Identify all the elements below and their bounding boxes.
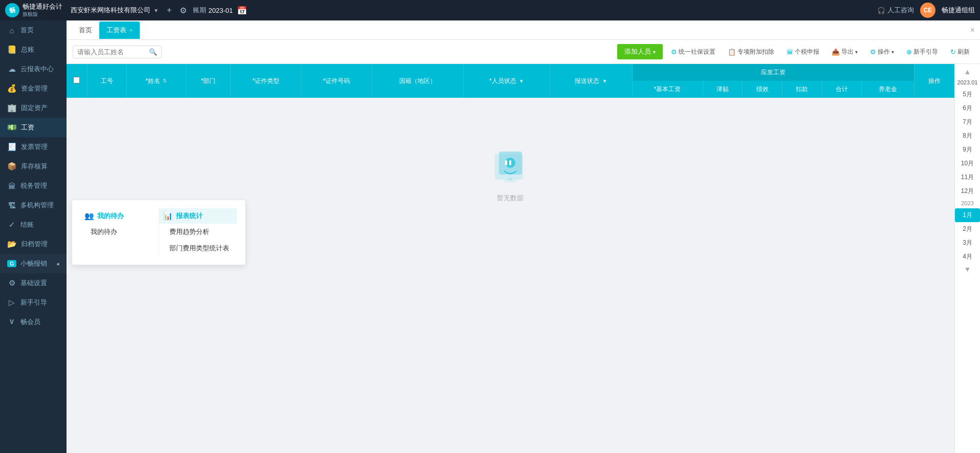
menu-section-todo: 👥 我的待办 我的待办 bbox=[80, 208, 159, 256]
allowance-header: 津贴 bbox=[703, 81, 743, 98]
refresh-label: 刷新 bbox=[957, 48, 970, 56]
service-label: 人工咨询 bbox=[887, 6, 914, 15]
personal-tax-action[interactable]: 🏛 个税申报 bbox=[782, 46, 823, 58]
multi-org-icon: 🏗 bbox=[7, 201, 16, 210]
fixed-assets-icon: 🏢 bbox=[7, 103, 17, 113]
search-icon[interactable]: 🔍 bbox=[149, 48, 157, 56]
export-icon: 📤 bbox=[832, 48, 840, 56]
sidebar-item-cloud-report[interactable]: ☁ 云报表中心 bbox=[0, 59, 67, 79]
refresh-action[interactable]: ↻ 刷新 bbox=[946, 46, 974, 58]
company-selector[interactable]: 西安虾米网络科技有限公司 ▼ bbox=[71, 6, 159, 15]
special-deduct-label: 专项附加扣除 bbox=[737, 48, 774, 56]
month-8[interactable]: 8月 bbox=[955, 129, 980, 143]
add-button[interactable]: + bbox=[165, 4, 173, 17]
menu-item-my-todo[interactable]: 我的待办 bbox=[80, 224, 159, 240]
month-10[interactable]: 10月 bbox=[955, 157, 980, 170]
cert-no-header: *证件号码 bbox=[301, 64, 372, 98]
base-salary-header: *基本工资 bbox=[632, 81, 703, 98]
tab-home[interactable]: 首页 bbox=[72, 21, 99, 39]
tab-salary-table[interactable]: 工资表 × bbox=[99, 21, 140, 39]
sidebar-item-checkout[interactable]: ✓ 结账 bbox=[0, 215, 67, 234]
close-panel-button[interactable]: × bbox=[970, 26, 975, 35]
menu-section-reports-header[interactable]: 📊 报表统计 bbox=[159, 208, 237, 224]
user-name[interactable]: 畅捷通组组 bbox=[942, 6, 975, 15]
sidebar-item-label: 固定资产 bbox=[21, 103, 48, 113]
period-value: 2023-01 bbox=[208, 7, 233, 14]
cloud-icon: ☁ bbox=[7, 64, 16, 74]
operations-action[interactable]: ⚙ 操作 ▾ bbox=[866, 46, 898, 58]
guide-icon: ▷ bbox=[7, 298, 16, 307]
select-all-checkbox[interactable] bbox=[73, 77, 80, 83]
sidebar-item-label: 归档管理 bbox=[21, 240, 48, 249]
tab-close-icon[interactable]: × bbox=[129, 27, 133, 33]
sidebar-item-archive[interactable]: 📂 归档管理 bbox=[0, 234, 67, 254]
sidebar-item-label: 首页 bbox=[20, 26, 34, 35]
month-7[interactable]: 7月 bbox=[955, 115, 980, 129]
reports-section-label: 报表统计 bbox=[176, 211, 203, 221]
dept-header: *部门 bbox=[186, 64, 231, 98]
toolbar: 🔍 添加人员 ▾ ⚙ 统一社保设置 📋 专项附加扣除 🏛 个税申报 bbox=[67, 40, 980, 64]
menu-item-dept-cost[interactable]: 部门费用类型统计表 bbox=[159, 240, 237, 256]
sidebar-item-multi-org[interactable]: 🏗 多机构管理 bbox=[0, 196, 67, 215]
month-11[interactable]: 11月 bbox=[955, 170, 980, 184]
sidebar-item-label: 多机构管理 bbox=[20, 201, 54, 210]
deduction-header: 扣款 bbox=[782, 81, 822, 98]
month-1-current[interactable]: 1月 bbox=[955, 208, 980, 222]
sidebar-item-salary[interactable]: 💵 工资 bbox=[0, 118, 67, 137]
month-4[interactable]: 4月 bbox=[955, 250, 980, 264]
sidebar-item-label: 新手引导 bbox=[20, 298, 47, 307]
status-filter-icon[interactable]: ▼ bbox=[519, 78, 524, 84]
sidebar-item-member[interactable]: V 畅会员 bbox=[0, 312, 67, 332]
report-filter-icon[interactable]: ▼ bbox=[602, 78, 607, 84]
menu-section-todo-header[interactable]: 👥 我的待办 bbox=[80, 208, 159, 224]
month-2[interactable]: 2月 bbox=[955, 222, 980, 236]
sidebar-item-tax[interactable]: 🏛 税务管理 bbox=[0, 176, 67, 196]
menu-item-cost-trend[interactable]: 费用趋势分析 bbox=[159, 224, 237, 240]
settings-button[interactable]: ⚙ bbox=[178, 4, 189, 17]
sidebar-item-home[interactable]: ⌂ 首页 bbox=[0, 20, 67, 40]
social-security-icon: ⚙ bbox=[671, 48, 677, 56]
sidebar-item-fixed-assets[interactable]: 🏢 固定资产 bbox=[0, 98, 67, 118]
social-security-action[interactable]: ⚙ 统一社保设置 bbox=[667, 46, 720, 58]
menu-section-reports: 📊 报表统计 费用趋势分析 部门费用类型统计表 bbox=[159, 208, 237, 256]
sidebar-item-fund[interactable]: 💰 资金管理 bbox=[0, 79, 67, 98]
expand-arrow: ◂ bbox=[56, 261, 59, 267]
month-9[interactable]: 9月 bbox=[955, 143, 980, 157]
add-people-button[interactable]: 添加人员 ▾ bbox=[617, 44, 663, 59]
search-input[interactable] bbox=[77, 48, 149, 56]
month-3[interactable]: 3月 bbox=[955, 236, 980, 250]
ledger-icon: 📒 bbox=[7, 45, 17, 54]
period-display: 2023.01 bbox=[956, 77, 979, 88]
should-pay-group-header: 应发工资 bbox=[632, 64, 914, 81]
bonus-header: 绩效 bbox=[743, 81, 782, 98]
logo-area: 畅 畅捷通好会计 旗舰版 bbox=[5, 3, 62, 18]
sidebar-item-invoice[interactable]: 🧾 发票管理 bbox=[0, 137, 67, 157]
personal-tax-label: 个税申报 bbox=[795, 48, 819, 56]
sidebar-item-basic[interactable]: ⚙ 基础设置 bbox=[0, 273, 67, 293]
user-service[interactable]: 🎧 人工咨询 bbox=[877, 6, 914, 15]
guide-icon: ⊕ bbox=[906, 48, 912, 56]
special-deduct-action[interactable]: 📋 专项附加扣除 bbox=[724, 46, 778, 58]
refresh-icon: ↻ bbox=[950, 48, 956, 56]
month-12[interactable]: 12月 bbox=[955, 184, 980, 198]
xiaochang-icon: G bbox=[7, 260, 16, 267]
month-5[interactable]: 5月 bbox=[955, 88, 980, 101]
operations-icon: ⚙ bbox=[870, 48, 876, 56]
sidebar-item-ledger[interactable]: 📒 总账 bbox=[0, 40, 67, 59]
topbar-actions: + ⚙ bbox=[165, 4, 189, 17]
id-header: 工号 bbox=[87, 64, 127, 98]
scroll-down-button[interactable]: ▼ bbox=[963, 264, 973, 275]
month-6[interactable]: 6月 bbox=[955, 101, 980, 115]
ops-header: 操作 bbox=[914, 64, 954, 98]
report-status-header: 报送状态 ▼ bbox=[550, 64, 632, 98]
export-action[interactable]: 📤 导出 ▾ bbox=[827, 46, 862, 58]
name-sort-icon[interactable]: ⇅ bbox=[163, 78, 167, 83]
scroll-up-button[interactable]: ▲ bbox=[963, 66, 973, 77]
sidebar-item-guide[interactable]: ▷ 新手引导 bbox=[0, 293, 67, 312]
sidebar-item-xiaochang[interactable]: G 小畅报销 ◂ bbox=[0, 254, 67, 273]
pension-header: 养老金 bbox=[862, 81, 914, 98]
svg-rect-6 bbox=[504, 180, 516, 182]
sidebar-item-inventory[interactable]: 📦 库存核算 bbox=[0, 157, 67, 176]
guide-action[interactable]: ⊕ 新手引导 bbox=[902, 46, 942, 58]
calendar-icon[interactable]: 📅 bbox=[235, 4, 249, 17]
